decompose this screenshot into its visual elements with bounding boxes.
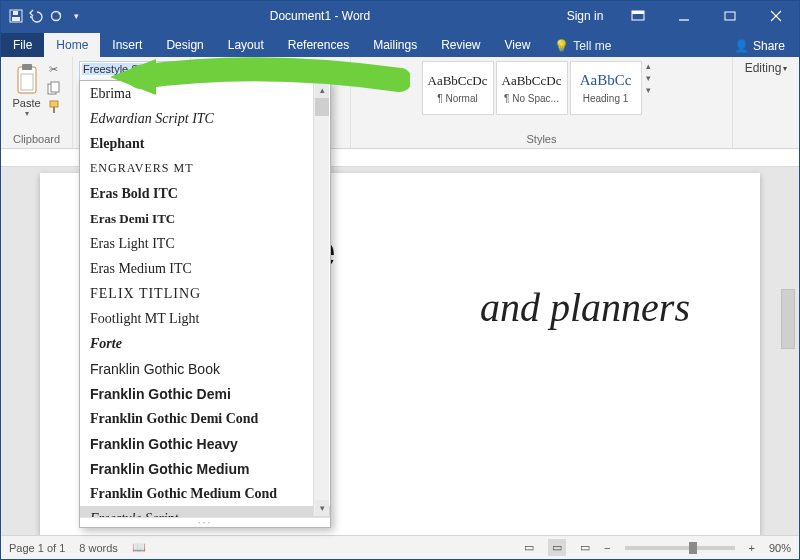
tab-mailings[interactable]: Mailings <box>361 33 429 57</box>
tab-insert[interactable]: Insert <box>100 33 154 57</box>
print-layout-icon[interactable]: ▭ <box>548 539 566 556</box>
minimize-button[interactable] <box>661 1 707 31</box>
tab-references[interactable]: References <box>276 33 361 57</box>
ribbon-display-options-icon[interactable] <box>615 1 661 31</box>
font-option[interactable]: Freestyle Script <box>80 506 330 517</box>
dropdown-scrollbar[interactable]: ▴ ▾ <box>313 82 329 516</box>
font-name-value: Freestyle Script <box>82 63 160 75</box>
styles-expand-icon[interactable]: ▾ <box>646 85 662 95</box>
cut-icon[interactable]: ✂ <box>46 61 62 77</box>
font-option[interactable]: Franklin Gothic Heavy <box>80 431 330 456</box>
style-sample: AaBbCc <box>580 72 632 89</box>
font-option[interactable]: Franklin Gothic Demi Cond <box>80 406 330 431</box>
zoom-level[interactable]: 90% <box>769 542 791 554</box>
style-normal[interactable]: AaBbCcDc ¶ Normal <box>422 61 494 115</box>
style-heading1[interactable]: AaBbCc Heading 1 <box>570 61 642 115</box>
tab-home[interactable]: Home <box>44 33 100 57</box>
svg-rect-14 <box>51 82 59 92</box>
read-mode-icon[interactable]: ▭ <box>524 541 534 554</box>
group-editing: Editing▾ <box>733 57 799 148</box>
group-label-clipboard: Clipboard <box>13 131 60 148</box>
style-sample: AaBbCcDc <box>502 73 562 89</box>
font-option[interactable]: Eras Medium ITC <box>80 256 330 281</box>
tab-layout[interactable]: Layout <box>216 33 276 57</box>
editing-button[interactable]: Editing▾ <box>745 61 788 75</box>
zoom-slider[interactable] <box>625 546 735 550</box>
style-nospacing[interactable]: AaBbCcDc ¶ No Spac... <box>496 61 568 115</box>
chevron-down-icon: ▾ <box>783 64 787 73</box>
svg-rect-15 <box>50 101 58 107</box>
scroll-down-icon[interactable]: ▾ <box>315 500 329 516</box>
font-option[interactable]: Franklin Gothic Medium <box>80 456 330 481</box>
font-option[interactable]: Forte <box>80 331 330 356</box>
paste-button[interactable]: Paste ▾ <box>12 61 42 118</box>
qat-customize-icon[interactable]: ▾ <box>67 7 85 25</box>
status-page[interactable]: Page 1 of 1 <box>9 542 65 554</box>
vertical-scrollbar[interactable] <box>781 289 795 349</box>
group-clipboard: Paste ▾ ✂ Clipboard <box>1 57 73 148</box>
zoom-in-icon[interactable]: + <box>749 542 755 554</box>
font-option[interactable]: FELIX TITLING <box>80 281 330 306</box>
font-option[interactable]: Franklin Gothic Medium Cond <box>80 481 330 506</box>
proofing-icon[interactable]: 📖 <box>132 541 146 554</box>
svg-rect-12 <box>21 74 33 90</box>
undo-icon[interactable] <box>27 7 45 25</box>
style-name: ¶ No Spac... <box>504 93 559 104</box>
svg-rect-7 <box>725 12 735 20</box>
font-option[interactable]: Elephant <box>80 131 330 156</box>
window-title: Document1 - Word <box>85 9 555 23</box>
maximize-button[interactable] <box>707 1 753 31</box>
font-option[interactable]: ENGRAVERS MT <box>80 156 330 181</box>
signin-button[interactable]: Sign in <box>555 1 615 31</box>
paste-label: Paste <box>12 97 40 109</box>
font-option[interactable]: Eras Bold ITC <box>80 181 330 206</box>
ribbon-tabs: File Home Insert Design Layout Reference… <box>1 31 799 57</box>
group-styles: AaBbCcDc ¶ Normal AaBbCcDc ¶ No Spac... … <box>351 57 733 148</box>
style-sample: AaBbCcDc <box>428 73 488 89</box>
tab-design[interactable]: Design <box>154 33 215 57</box>
tab-review[interactable]: Review <box>429 33 492 57</box>
svg-rect-2 <box>13 11 18 15</box>
font-option[interactable]: Franklin Gothic Demi <box>80 381 330 406</box>
zoom-out-icon[interactable]: − <box>604 542 610 554</box>
font-dropdown[interactable]: EbrimaEdwardian Script ITCElephantENGRAV… <box>79 80 331 528</box>
status-words[interactable]: 8 words <box>79 542 118 554</box>
editing-label: Editing <box>745 61 782 75</box>
font-name-combo[interactable]: Freestyle Script <box>79 61 189 81</box>
titlebar: ▾ Document1 - Word Sign in <box>1 1 799 31</box>
font-option[interactable]: Eras Demi ITC <box>80 206 330 231</box>
numbering-icon[interactable]: ≡ <box>219 63 237 79</box>
status-bar: Page 1 of 1 8 words 📖 ▭ ▭ ▭ − + 90% <box>1 535 799 559</box>
dropdown-resize-handle[interactable]: ∙∙∙ <box>80 517 330 527</box>
scroll-thumb[interactable] <box>315 98 329 116</box>
svg-rect-5 <box>632 11 644 14</box>
font-option[interactable]: Ebrima <box>80 81 330 106</box>
styles-scroll-down-icon[interactable]: ▾ <box>646 73 662 83</box>
web-layout-icon[interactable]: ▭ <box>580 541 590 554</box>
tell-me[interactable]: 💡Tell me <box>542 35 623 57</box>
close-button[interactable] <box>753 1 799 31</box>
tab-view[interactable]: View <box>493 33 543 57</box>
save-icon[interactable] <box>7 7 25 25</box>
scroll-up-icon[interactable]: ▴ <box>315 82 329 98</box>
redo-icon[interactable] <box>47 7 65 25</box>
tell-me-label: Tell me <box>573 39 611 53</box>
format-painter-icon[interactable] <box>46 99 62 115</box>
style-name: Heading 1 <box>583 93 629 104</box>
chevron-down-icon[interactable]: ▾ <box>263 63 281 79</box>
font-option[interactable]: Franklin Gothic Book <box>80 356 330 381</box>
svg-rect-16 <box>53 107 55 113</box>
share-label: Share <box>753 39 785 53</box>
share-icon: 👤 <box>734 39 749 53</box>
share-button[interactable]: 👤Share <box>720 35 799 57</box>
tab-file[interactable]: File <box>1 33 44 57</box>
font-option[interactable]: Edwardian Script ITC <box>80 106 330 131</box>
font-option[interactable]: Footlight MT Light <box>80 306 330 331</box>
copy-icon[interactable] <box>46 80 62 96</box>
styles-scroll-up-icon[interactable]: ▴ <box>646 61 662 71</box>
font-option[interactable]: Eras Light ITC <box>80 231 330 256</box>
style-name: ¶ Normal <box>437 93 477 104</box>
multilevel-icon[interactable]: ⋮≡ <box>241 63 259 79</box>
lightbulb-icon: 💡 <box>554 39 569 53</box>
bullets-icon[interactable]: ≣ <box>197 63 215 79</box>
